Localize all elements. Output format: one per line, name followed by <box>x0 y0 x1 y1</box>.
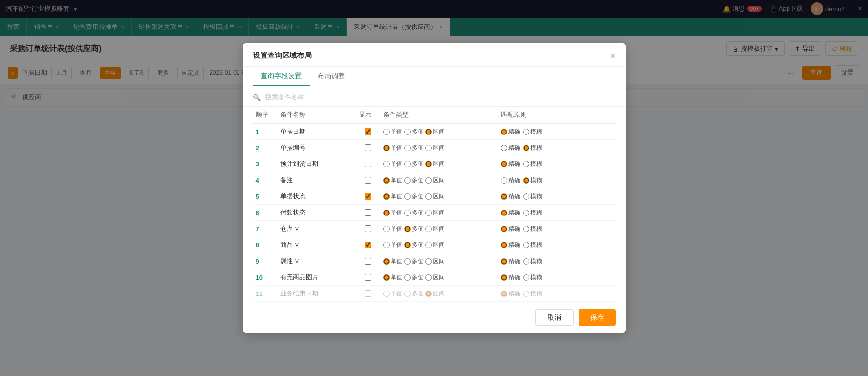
dialog-title: 设置查询区域布局 <box>253 51 312 60</box>
dialog-close-button[interactable]: × <box>610 52 616 60</box>
col-header-type: 条件类型 <box>380 107 498 110</box>
dialog-table-wrap: 顺序 条件名称 显示 条件类型 匹配原则 1单据日期单值多值区间精确模糊2单据编… <box>243 107 626 110</box>
tab-query-fields[interactable]: 查询字段设置 <box>253 67 310 86</box>
search-icon: 🔍 <box>253 94 261 101</box>
tab-query-fields-label: 查询字段设置 <box>261 72 302 80</box>
tab-layout-adjust-label: 布局调整 <box>317 72 345 80</box>
search-input[interactable] <box>263 92 616 102</box>
modal-overlay: 设置查询区域布局 × 查询字段设置 布局调整 🔍 顺序 条件名称 <box>0 0 868 110</box>
conditions-table: 顺序 条件名称 显示 条件类型 匹配原则 1单据日期单值多值区间精确模糊2单据编… <box>253 107 616 110</box>
col-header-name: 条件名称 <box>277 107 356 110</box>
dialog-tabs: 查询字段设置 布局调整 <box>243 67 626 86</box>
tab-layout-adjust[interactable]: 布局调整 <box>310 67 353 86</box>
dialog-search-area: 🔍 <box>243 86 626 107</box>
col-header-order: 顺序 <box>253 107 277 110</box>
dialog-header: 设置查询区域布局 × <box>243 43 626 67</box>
col-header-match: 匹配原则 <box>498 107 616 110</box>
settings-dialog: 设置查询区域布局 × 查询字段设置 布局调整 🔍 顺序 条件名称 <box>243 43 626 110</box>
col-header-display: 显示 <box>356 107 380 110</box>
